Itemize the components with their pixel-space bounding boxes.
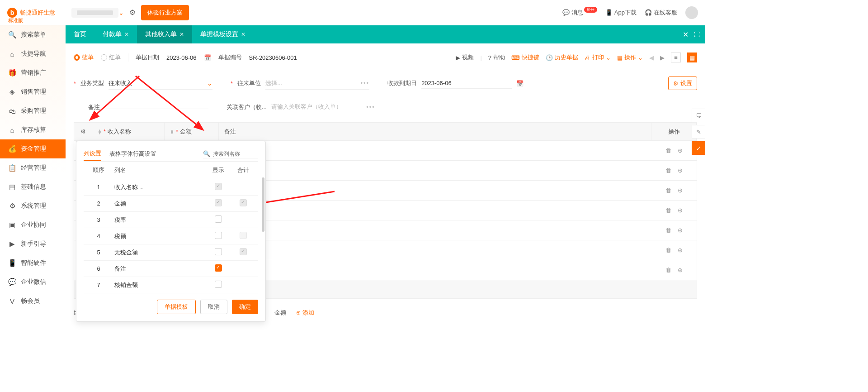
copy-icon[interactable]: ⊕	[678, 147, 683, 154]
shortcut-action[interactable]: ⌨ 快捷键	[511, 53, 539, 62]
tab-column-settings[interactable]: 列设置	[84, 147, 101, 161]
sidebar-item[interactable]: ⌂库存核算	[0, 120, 66, 139]
delete-icon[interactable]: 🗑	[665, 247, 671, 253]
sum-checkbox[interactable]	[240, 248, 247, 255]
show-checkbox[interactable]	[215, 232, 222, 239]
sidebar-item[interactable]: ◈销售管理	[0, 82, 66, 101]
column-settings-popover: 列设置 表格字体行高设置 🔍 顺序 列名 显示 合计 1 收入名称 ⌄ 2 金额…	[76, 141, 266, 322]
video-action[interactable]: ▶ 视频	[456, 53, 474, 62]
popover-scrollbar[interactable]	[262, 177, 264, 232]
view-card-icon[interactable]: ▤	[687, 53, 697, 62]
sidebar-item[interactable]: 🔍搜索菜单	[0, 25, 66, 44]
tab[interactable]: 首页	[66, 25, 94, 43]
delete-icon[interactable]: 🗑	[665, 147, 671, 154]
biz-type-select[interactable]: 往来收入 ⌄	[108, 77, 212, 90]
copy-icon[interactable]: ⊕	[678, 227, 683, 234]
sidebar-item[interactable]: ▣企业协同	[0, 215, 66, 234]
help-action[interactable]: ? 帮助	[488, 53, 505, 62]
sidebar-icon: ⚙	[8, 202, 16, 210]
settings-button[interactable]: ⚙ 设置	[668, 76, 697, 90]
column-income[interactable]: ▲▼ *收入名称	[92, 123, 165, 140]
remark-input[interactable]	[104, 105, 208, 109]
chevron-down-icon[interactable]: ⌄	[118, 9, 124, 16]
fullscreen-icon[interactable]: ⛶	[694, 31, 700, 38]
delete-icon[interactable]: 🗑	[665, 167, 671, 174]
show-checkbox[interactable]	[215, 264, 222, 272]
cancel-button[interactable]: 取消	[200, 300, 227, 314]
blue-radio[interactable]: 蓝单	[74, 53, 94, 62]
delete-icon[interactable]: 🗑	[665, 187, 671, 194]
copy-icon[interactable]: ⊕	[678, 167, 683, 174]
view-list-icon[interactable]: ≡	[671, 53, 681, 62]
online-service-link[interactable]: 🎧 在线客服	[645, 9, 677, 17]
print-action[interactable]: 🖨 打印 ⌄	[585, 53, 611, 62]
sum-checkbox[interactable]	[240, 232, 247, 239]
gear-column-icon[interactable]: ⚙	[74, 123, 92, 140]
company-selector[interactable]	[71, 8, 118, 18]
column-search-input[interactable]	[213, 151, 258, 157]
unit-select[interactable]: 选择... •••	[265, 77, 369, 90]
template-button[interactable]: 单据模板	[157, 300, 196, 314]
prev-icon[interactable]: ◀	[649, 54, 654, 61]
sidebar-item[interactable]: 🎁营销推广	[0, 63, 66, 82]
close-icon[interactable]: ✕	[179, 31, 184, 38]
copy-icon[interactable]: ⊕	[678, 247, 683, 253]
amount-label: 金额	[274, 309, 286, 317]
column-search[interactable]: 🔍	[203, 149, 258, 158]
column-amount[interactable]: ▲▼ *金额	[165, 123, 219, 140]
copy-icon[interactable]: ⊕	[678, 207, 683, 214]
show-checkbox[interactable]	[215, 199, 222, 206]
show-checkbox[interactable]	[215, 248, 222, 255]
customer-input[interactable]: 请输入关联客户（收入单） •••	[271, 101, 375, 113]
float-message-icon[interactable]: 🗨	[692, 109, 705, 122]
copy-icon[interactable]: ⊕	[678, 187, 683, 194]
sidebar-item[interactable]: 🛍采购管理	[0, 101, 66, 120]
avatar[interactable]	[685, 6, 698, 19]
float-expand-icon[interactable]: ⤢	[692, 141, 705, 155]
next-icon[interactable]: ▶	[660, 54, 665, 61]
add-button[interactable]: ⊕ 添加	[296, 309, 314, 317]
close-icon[interactable]: ✕	[124, 31, 129, 38]
calendar-icon[interactable]: 📅	[516, 80, 524, 87]
tab-font-settings[interactable]: 表格字体行高设置	[109, 147, 156, 161]
operate-action[interactable]: ▤ 操作 ⌄	[617, 53, 643, 62]
show-checkbox[interactable]	[215, 215, 222, 223]
close-icon[interactable]: ✕	[241, 31, 245, 38]
headset-icon: 🎧	[645, 9, 652, 16]
experience-button[interactable]: 体验行业方案	[141, 5, 189, 20]
row-ops: 🗑⊕	[651, 240, 697, 260]
red-radio[interactable]: 红单	[101, 53, 121, 62]
sidebar-item[interactable]: 💬企业微信	[0, 272, 66, 292]
tab[interactable]: 其他收入单✕	[137, 25, 192, 43]
history-action[interactable]: 🕒 历史单据	[546, 53, 578, 62]
tab[interactable]: 付款单✕	[94, 25, 137, 43]
message-link[interactable]: 💬 消息 99+	[562, 9, 597, 17]
confirm-button[interactable]: 确定	[232, 300, 258, 314]
chevron-down-icon[interactable]: ⌄	[140, 185, 143, 190]
sidebar-item[interactable]: 📋经营管理	[0, 158, 66, 177]
due-date-input[interactable]: 2023-06-06	[421, 78, 512, 89]
sidebar-item[interactable]: ▤基础信息	[0, 177, 66, 196]
tab[interactable]: 单据模板设置✕	[192, 25, 254, 43]
sidebar-item[interactable]: ▶新手引导	[0, 234, 66, 253]
show-checkbox[interactable]	[215, 281, 222, 288]
delete-icon[interactable]: 🗑	[665, 267, 671, 273]
sidebar-item[interactable]: 💰资金管理	[0, 139, 66, 158]
sum-checkbox[interactable]	[240, 199, 247, 206]
logo-text: 畅捷通好生意	[20, 9, 55, 17]
float-edit-icon[interactable]: ✎	[692, 125, 705, 139]
tab-label: 其他收入单	[145, 30, 177, 38]
settings-icon[interactable]: ⚙	[129, 8, 136, 17]
sidebar-item[interactable]: ⚙系统管理	[0, 196, 66, 215]
close-all-icon[interactable]: ✕	[683, 30, 689, 39]
sidebar-item[interactable]: 📱智能硬件	[0, 253, 66, 272]
app-download-link[interactable]: 📱 App下载	[605, 9, 637, 17]
delete-icon[interactable]: 🗑	[665, 207, 671, 214]
doc-date-value[interactable]: 2023-06-06	[166, 54, 197, 61]
show-checkbox[interactable]	[215, 183, 222, 190]
sidebar-item[interactable]: V畅会员	[0, 292, 66, 311]
delete-icon[interactable]: 🗑	[665, 227, 671, 234]
copy-icon[interactable]: ⊕	[678, 267, 683, 273]
calendar-icon[interactable]: 📅	[204, 54, 211, 61]
sidebar-item[interactable]: ⌂快捷导航	[0, 44, 66, 63]
